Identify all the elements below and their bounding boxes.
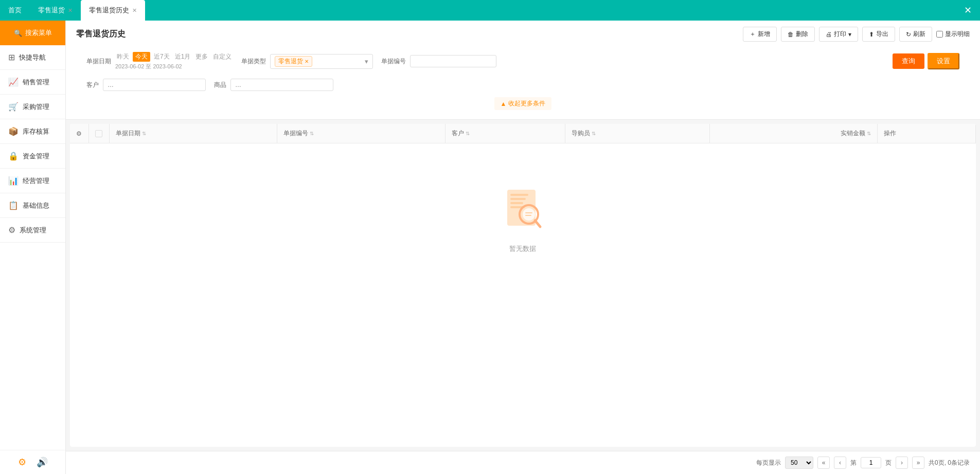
sidebar-item-purchase-label: 采购管理	[23, 102, 49, 112]
goods-label: 商品	[214, 81, 226, 89]
customer-filter: 客户	[86, 79, 206, 91]
collapse-container: ▲ 收起更多条件	[86, 95, 959, 115]
page-number-input[interactable]	[861, 457, 881, 468]
col-ops-label: 操作	[884, 130, 896, 137]
sidebar-item-quick-nav[interactable]: ⊞ 快捷导航	[0, 45, 65, 70]
last-page-button[interactable]: »	[912, 457, 924, 469]
settings-col-header[interactable]: ⚙	[70, 124, 88, 143]
purchase-icon: 🛒	[8, 102, 19, 112]
customer-input[interactable]	[103, 79, 206, 91]
prev-page-button[interactable]: ‹	[834, 457, 846, 469]
table-header-row: ⚙ 单据日期 ⇅ 单据编号	[70, 124, 976, 143]
tab-retail-return-close[interactable]: ✕	[68, 7, 73, 14]
type-select[interactable]: 零售退货 ✕ ▾	[270, 54, 373, 69]
col-date-sort[interactable]: 单据日期 ⇅	[116, 129, 271, 138]
refresh-button-label: 刷新	[913, 30, 925, 39]
sidebar-item-basic-info[interactable]: 📋 基础信息	[0, 193, 65, 218]
search-menu-button[interactable]: 🔍 搜索菜单	[0, 21, 65, 45]
tab-retail-return-history[interactable]: 零售退货历史 ✕	[81, 0, 145, 21]
print-button[interactable]: 🖨 打印 ▾	[819, 27, 858, 42]
col-amount-sort[interactable]: 实销金额 ⇅	[716, 129, 871, 138]
next-page-button[interactable]: ›	[896, 457, 908, 469]
finance-icon: 🔒	[8, 151, 19, 161]
tab-home[interactable]: 首页	[0, 0, 30, 21]
date-shortcuts: 昨天 今天 近7天 近1月 更多 自定义 2023-06-02 至 2023-0…	[115, 52, 233, 70]
refresh-button[interactable]: ↻ 刷新	[899, 27, 932, 42]
per-page-select[interactable]: 10 20 50 100	[785, 457, 813, 469]
export-button-label: 导出	[876, 30, 888, 39]
col-amount: 实销金额 ⇅	[709, 124, 878, 143]
checkbox-col-header	[88, 124, 109, 143]
sidebar-speaker-button[interactable]: 🔊	[37, 457, 48, 468]
system-icon: ⚙	[8, 225, 15, 235]
sidebar-gear-button[interactable]: ⚙	[18, 457, 26, 468]
sidebar-item-inventory[interactable]: 📦 库存核算	[0, 119, 65, 144]
sidebar-item-purchase[interactable]: 🛒 采购管理	[0, 95, 65, 119]
display-toggle-checkbox[interactable]	[936, 31, 943, 38]
date-custom[interactable]: 自定义	[211, 52, 233, 62]
sidebar-item-sales[interactable]: 📈 销售管理	[0, 70, 65, 95]
new-button-label: 新增	[758, 30, 770, 39]
search-icon: 🔍	[14, 29, 22, 37]
sidebar-item-system[interactable]: ⚙ 系统管理	[0, 218, 65, 243]
table-head: ⚙ 单据日期 ⇅ 单据编号	[70, 124, 976, 143]
col-customer-sort[interactable]: 客户 ⇅	[452, 129, 559, 138]
sales-icon: 📈	[8, 77, 19, 87]
settings-button[interactable]: 设置	[928, 53, 959, 69]
type-tag-close[interactable]: ✕	[305, 59, 309, 64]
collapse-icon: ▲	[501, 100, 507, 107]
sidebar-item-inventory-label: 库存核算	[23, 127, 49, 136]
date-yesterday[interactable]: 昨天	[115, 52, 131, 62]
sidebar-item-basic-info-label: 基础信息	[23, 201, 49, 210]
select-all-checkbox[interactable]	[95, 130, 102, 137]
collapse-button[interactable]: ▲ 收起更多条件	[494, 97, 552, 110]
first-page-button[interactable]: «	[817, 457, 830, 469]
new-button[interactable]: ＋ 新增	[743, 27, 777, 42]
tab-bar: 首页 零售退货 ✕ 零售退货历史 ✕	[0, 0, 956, 21]
last-page-icon: »	[917, 459, 920, 466]
export-icon: ⬆	[869, 31, 874, 38]
col-guide-sort[interactable]: 导购员 ⇅	[572, 129, 703, 138]
sidebar-item-quick-nav-label: 快捷导航	[19, 53, 46, 62]
main-layout: 🔍 搜索菜单 ⊞ 快捷导航 📈 销售管理 🛒 采购管理 📦 库存核算 🔒	[0, 21, 980, 474]
print-dropdown-icon: ▾	[848, 31, 851, 38]
date-today[interactable]: 今天	[133, 52, 150, 62]
delete-button[interactable]: 🗑 删除	[781, 27, 815, 42]
window-close-button[interactable]: ✕	[956, 5, 980, 16]
pagination-bar: 每页显示 10 20 50 100 « ‹ 第 页 › » 共0页, 0条记录	[66, 451, 980, 474]
order-no-label: 单据编号	[381, 57, 406, 66]
sidebar-item-finance-label: 资金管理	[23, 152, 49, 161]
empty-row: 暂无数据	[70, 143, 976, 295]
goods-filter: 商品	[214, 79, 333, 91]
date-filter-label: 单据日期	[86, 57, 111, 66]
order-no-input[interactable]	[410, 55, 496, 67]
goods-input[interactable]	[230, 79, 333, 91]
tab-home-label: 首页	[8, 6, 22, 15]
tab-retail-return-label: 零售退货	[38, 6, 65, 15]
date-more[interactable]: 更多	[194, 52, 209, 62]
col-customer-label: 客户	[452, 129, 464, 138]
col-date-sort-icon: ⇅	[142, 131, 146, 136]
date-shortcuts-row: 昨天 今天 近7天 近1月 更多 自定义	[115, 52, 233, 62]
date-1month[interactable]: 近1月	[173, 52, 192, 62]
sidebar-item-finance[interactable]: 🔒 资金管理	[0, 144, 65, 169]
tab-retail-return-history-close[interactable]: ✕	[132, 7, 137, 14]
plus-icon: ＋	[750, 30, 756, 39]
table-settings-icon[interactable]: ⚙	[76, 130, 82, 137]
col-amount-sort-icon: ⇅	[867, 131, 871, 136]
prev-page-icon: ‹	[839, 459, 841, 466]
collapse-label: 收起更多条件	[508, 99, 545, 108]
page-prefix-label: 第	[850, 459, 857, 467]
display-toggle[interactable]: 显示明细	[936, 30, 970, 39]
query-button[interactable]: 查询	[893, 53, 924, 69]
col-order-no-sort[interactable]: 单据编号 ⇅	[283, 129, 439, 138]
export-button[interactable]: ⬆ 导出	[862, 27, 895, 42]
sidebar-item-operations[interactable]: 📊 经营管理	[0, 169, 65, 193]
date-7days[interactable]: 近7天	[152, 52, 171, 62]
operations-icon: 📊	[8, 176, 19, 186]
tab-retail-return[interactable]: 零售退货 ✕	[30, 0, 81, 21]
col-customer-sort-icon: ⇅	[466, 131, 470, 136]
empty-text: 暂无数据	[509, 244, 536, 253]
basic-info-icon: 📋	[8, 200, 19, 210]
col-order-no-label: 单据编号	[283, 129, 308, 138]
